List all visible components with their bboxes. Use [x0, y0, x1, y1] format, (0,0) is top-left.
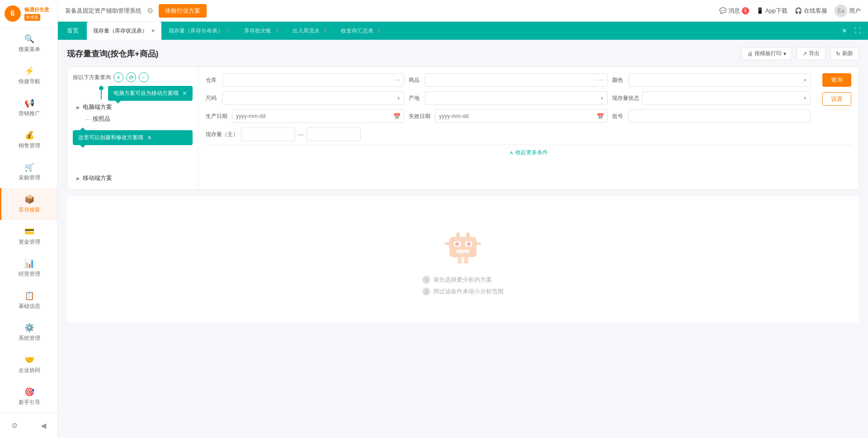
sidebar-item-guide[interactable]: 🎯 新手引导	[0, 381, 57, 413]
tab-close-batch-account[interactable]: ✕	[275, 28, 279, 34]
tab-close-flow[interactable]: ✕	[323, 28, 327, 34]
collapse-up-icon: ∧	[509, 150, 514, 156]
expire-date-input[interactable]	[435, 109, 607, 123]
tab-inventory-dist[interactable]: 现存量（库存分布表） ✕	[162, 22, 237, 40]
print-icon: 🖨	[747, 51, 753, 57]
color-select[interactable]: ▾	[628, 73, 811, 87]
tooltip2-close[interactable]: ✕	[147, 134, 152, 141]
sidebar-settings-icon[interactable]: ⚙	[9, 419, 20, 433]
inv-main-from[interactable]	[241, 127, 295, 141]
topbar: 装备及固定资产辅助管理系统 ⚙ 体验行业方案 💬 消息 6 📱 App下载 🎧 …	[58, 0, 868, 22]
inv-main-to[interactable]	[307, 127, 361, 141]
sidebar-item-basics[interactable]: 📋 基础信息	[0, 284, 57, 316]
filter-header-label: 按以下方案查询	[73, 74, 111, 81]
refresh-btn[interactable]: ↻ 刷新	[830, 47, 859, 60]
collapse-bar[interactable]: ∧ 收起更多条件	[206, 145, 851, 160]
filter-row-1: 仓库 ··· 商品 ···	[206, 73, 851, 87]
warehouse-dots[interactable]: ···	[394, 76, 400, 84]
tab-close-receive-summary[interactable]: ✕	[377, 28, 381, 34]
svg-rect-10	[458, 257, 462, 264]
expire-date-cal-icon[interactable]: 📅	[597, 113, 604, 120]
tab-expand-icon[interactable]: ⛶	[853, 25, 863, 36]
filter-field-expire-date: 失效日期 📅	[409, 109, 607, 123]
color-label: 颜色	[612, 76, 626, 84]
empty-step1: 1 请先选择要分析的方案	[422, 276, 504, 284]
svg-rect-11	[464, 257, 468, 264]
message-icon: 💬	[719, 7, 726, 14]
sidebar-item-system[interactable]: ⚙️ 系统管理	[0, 316, 57, 349]
filter-edit-button[interactable]: ⟳	[126, 72, 136, 82]
guide-icon: 🎯	[24, 387, 34, 397]
sidebar-collapse-icon[interactable]: ◀	[38, 419, 49, 433]
goods-dots[interactable]: ···	[597, 76, 603, 84]
mobile-scheme-node[interactable]: ▶ 移动端方案	[73, 172, 193, 184]
user-item[interactable]: Ea 用户	[835, 5, 861, 17]
prod-date-cal-icon[interactable]: 📅	[393, 113, 401, 120]
filter-main: 查询 设置 仓库 ··· 商品	[198, 67, 859, 189]
tab-close-inventory-status[interactable]: ✕	[151, 28, 155, 34]
desktop-scheme-node[interactable]: ▶ 电脑端方案	[73, 101, 193, 113]
sidebar-item-marketing[interactable]: 📢 营销推广	[0, 92, 57, 124]
sidebar-nav: 🔍 搜索菜单 ⚡ 快捷导航 📢 营销推广 💰 销售管理 🛒 采购管理 📦	[0, 28, 57, 413]
svg-point-8	[455, 242, 459, 246]
page-header: 现存量查询(按仓库+商品) 🖨 按模板打印 ▾ ↗ 导出 ↻ 刷新	[67, 47, 859, 60]
empty-state: 1 请先选择要分析的方案 2 用过滤条件来缩小分析范围	[67, 196, 859, 323]
batch-input[interactable]	[628, 109, 811, 123]
filter-add-button[interactable]: +	[113, 72, 123, 82]
search-button[interactable]: 查询	[822, 73, 851, 87]
tabbar: 首页 现存量（库存状况表） ✕ 现存量（库存分布表） ✕ 库存批次账 ✕ 出入库…	[58, 22, 868, 40]
filter-row-4: 现存量（主） —	[206, 127, 851, 141]
filter-header: 按以下方案查询 + ⟳ ←	[73, 72, 193, 82]
desktop-sub-item[interactable]: — 按照品	[82, 113, 193, 125]
plan-button[interactable]: 体验行业方案	[159, 4, 207, 18]
svg-rect-0	[449, 237, 476, 257]
desktop-arrow-icon: ▶	[76, 105, 80, 110]
expire-date-label: 失效日期	[409, 113, 432, 120]
message-item[interactable]: 💬 消息 6	[719, 7, 749, 15]
connector-line	[101, 90, 102, 99]
set-button[interactable]: 设置	[822, 92, 851, 106]
tab-flow[interactable]: 出入库流水 ✕	[286, 22, 334, 40]
tab-home[interactable]: 首页	[60, 22, 86, 40]
goods-label: 商品	[409, 76, 422, 84]
topbar-settings-icon[interactable]: ⚙	[147, 6, 153, 15]
tooltip1-close[interactable]: ✕	[182, 90, 187, 97]
sidebar-item-sales[interactable]: 💰 销售管理	[0, 124, 57, 156]
sidebar-item-quick-nav[interactable]: ⚡ 快捷导航	[0, 60, 57, 92]
sidebar-item-enterprise[interactable]: 🤝 企业协同	[0, 349, 57, 381]
sidebar: 6 畅通好生意 标准版 🔍 搜索菜单 ⚡ 快捷导航 📢 营销推广 💰 销售	[0, 0, 58, 438]
mobile-arrow-icon: ▶	[76, 176, 80, 181]
filter-field-size: 尺码 ▾	[206, 91, 404, 105]
page-title: 现存量查询(按仓库+商品)	[67, 48, 159, 59]
sidebar-item-purchase[interactable]: 🛒 采购管理	[0, 156, 57, 188]
tab-receive-summary[interactable]: 收发存汇总表 ✕	[335, 22, 387, 40]
print-btn[interactable]: 🖨 按模板打印 ▾	[741, 47, 792, 60]
search-menu-icon: 🔍	[24, 34, 34, 44]
origin-select[interactable]: ▾	[425, 91, 607, 105]
tooltip2-popup: 这里可以创建和修改方案哦 ✕	[73, 130, 193, 145]
page-content: 现存量查询(按仓库+商品) 🖨 按模板打印 ▾ ↗ 导出 ↻ 刷新	[58, 40, 868, 438]
sidebar-item-inventory[interactable]: 📦 库存核算	[0, 188, 57, 220]
filter-field-batch: 批号	[612, 109, 811, 123]
prod-date-input[interactable]	[232, 109, 404, 123]
sidebar-item-operations[interactable]: 📊 经营管理	[0, 252, 57, 284]
tab-close-all-icon[interactable]: ✕	[840, 25, 849, 36]
export-icon: ↗	[802, 51, 807, 57]
inventory-status-select[interactable]: ▾	[642, 91, 811, 105]
sales-icon: 💰	[24, 130, 34, 140]
online-support-item[interactable]: 🎧 在线客服	[795, 7, 827, 15]
mobile-scheme-node-wrap: ▶ 移动端方案	[73, 172, 193, 184]
filter-row-2: 尺码 ▾ 产地 ▾	[206, 91, 851, 105]
sidebar-item-search-menu[interactable]: 🔍 搜索菜单	[0, 28, 57, 60]
filter-field-inv-main: 现存量（主） —	[206, 127, 851, 141]
tab-close-inventory-dist[interactable]: ✕	[226, 28, 231, 34]
filter-arrow-button[interactable]: ←	[139, 72, 149, 82]
export-btn[interactable]: ↗ 导出	[797, 47, 826, 60]
sidebar-item-finance[interactable]: 💳 资金管理	[0, 220, 57, 252]
tab-inventory-status[interactable]: 现存量（库存状况表） ✕	[87, 22, 161, 40]
filter-field-inventory-status: 现存量状态 ▾	[612, 91, 811, 105]
tab-batch-account[interactable]: 库存批次账 ✕	[238, 22, 285, 40]
app-download-item[interactable]: 📱 App下载	[756, 7, 788, 15]
logo: 6 畅通好生意 标准版	[0, 0, 57, 28]
size-select[interactable]: ▾	[222, 91, 404, 105]
